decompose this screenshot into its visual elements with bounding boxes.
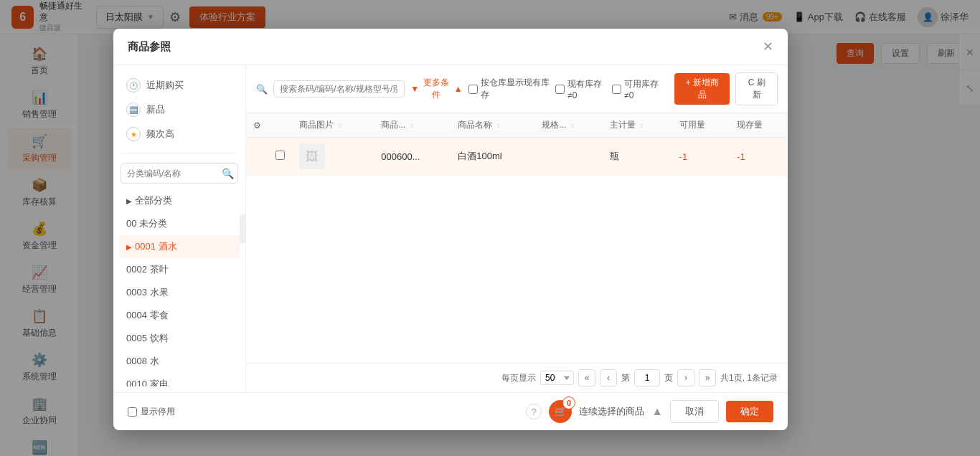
cat-label-tea: 0002 茶叶 bbox=[126, 263, 169, 276]
checkbox-nonzero-available[interactable] bbox=[612, 85, 621, 94]
show-disabled-checkbox[interactable] bbox=[128, 407, 137, 417]
page-next-button[interactable]: › bbox=[677, 369, 694, 386]
cart-selected-label: 连续选择的商品 bbox=[579, 405, 644, 418]
td-spec bbox=[534, 138, 602, 176]
confirm-button[interactable]: 确定 bbox=[726, 401, 773, 422]
cat-label-water: 0008 水 bbox=[126, 355, 159, 368]
cat-snacks[interactable]: 0004 零食 bbox=[119, 304, 240, 327]
th-checkbox bbox=[268, 113, 292, 138]
modal-close-icon[interactable]: ✕ bbox=[763, 39, 773, 54]
quick-filter-recent[interactable]: 🕐 近期购买 bbox=[119, 74, 240, 97]
th-stock: 现存量 bbox=[730, 113, 788, 138]
check-warehouse-stock[interactable]: 按仓库显示现有库存 bbox=[468, 77, 550, 101]
filter-icon: ▼ bbox=[410, 84, 419, 94]
sort-icon-image: ↕ bbox=[338, 121, 341, 129]
cat-alcohol[interactable]: ▶ 0001 酒水 bbox=[119, 235, 240, 258]
recent-icon: 🕐 bbox=[126, 78, 141, 92]
modal-footer: 显示停用 ? 🛒 0 连续选择的商品 ▲ 取消 确定 bbox=[113, 392, 788, 430]
page-prev-button[interactable]: ‹ bbox=[600, 369, 617, 386]
modal-header: 商品参照 ✕ bbox=[113, 29, 788, 65]
new-icon: 🆕 bbox=[126, 103, 141, 117]
cat-label-beverages: 0005 饮料 bbox=[126, 332, 169, 345]
product-thumbnail: 🖼 bbox=[299, 143, 325, 169]
page-label: 第 bbox=[621, 372, 630, 384]
cat-label-fruit: 0003 水果 bbox=[126, 286, 169, 299]
product-table: ⚙ 商品图片 ↕ 商品... ↕ 商品名称 bbox=[246, 113, 788, 176]
refresh-button[interactable]: C 刷新 bbox=[735, 72, 778, 105]
pagination-row: 每页显示 20 50 100 « ‹ 第 页 › » 共1页, 1条记录 bbox=[246, 363, 788, 392]
category-search-wrap: 🔍 bbox=[121, 163, 238, 184]
cancel-button[interactable]: 取消 bbox=[670, 400, 719, 423]
page-last-button[interactable]: » bbox=[699, 369, 716, 386]
collapse-footer-icon[interactable]: ▲ bbox=[651, 405, 663, 418]
per-page-label: 每页显示 bbox=[501, 372, 536, 384]
table-row[interactable]: 🖼 000600... 白酒100ml 瓶 -1 -1 bbox=[246, 138, 788, 176]
page-suffix: 页 bbox=[664, 372, 673, 384]
cat-beverages[interactable]: 0005 饮料 bbox=[119, 327, 240, 350]
quick-label-recent: 近期购买 bbox=[146, 79, 184, 92]
product-search-input[interactable] bbox=[273, 80, 405, 98]
checkbox-warehouse-stock[interactable] bbox=[468, 85, 478, 94]
page-first-button[interactable]: « bbox=[578, 369, 595, 386]
th-image: 商品图片 ↕ bbox=[292, 113, 374, 138]
td-checkbox[interactable] bbox=[268, 138, 292, 176]
quick-filter-frequent[interactable]: ★ 频次高 bbox=[119, 123, 240, 146]
category-search-row: 🔍 bbox=[113, 158, 245, 189]
quick-filter-new[interactable]: 🆕 新品 bbox=[119, 98, 240, 121]
td-settings bbox=[246, 138, 268, 176]
sort-icon-spec: ↕ bbox=[571, 121, 575, 129]
check-nonzero-stock[interactable]: 现有库存≠0 bbox=[555, 78, 606, 100]
row-checkbox[interactable] bbox=[275, 151, 285, 160]
quick-label-new: 新品 bbox=[146, 103, 165, 116]
table-header-row: ⚙ 商品图片 ↕ 商品... ↕ 商品名称 bbox=[246, 113, 788, 138]
add-product-button[interactable]: + 新增商品 bbox=[674, 73, 730, 105]
collapse-left-icon[interactable]: 《 bbox=[240, 214, 246, 243]
cat-label-all: 全部分类 bbox=[135, 194, 172, 207]
td-available: -1 bbox=[672, 138, 730, 176]
per-page-select[interactable]: 20 50 100 bbox=[540, 371, 574, 385]
show-disabled-label[interactable]: 显示停用 bbox=[128, 406, 175, 418]
modal-right-panel: 🔍 ▼ 更多条件 ▲ 按仓库显示现有库存 现有库存≠0 可用库存≠0 bbox=[246, 65, 788, 392]
td-image: 🖼 bbox=[292, 138, 374, 176]
cat-appliances[interactable]: 0010 家电 bbox=[119, 373, 240, 386]
product-reference-modal: 商品参照 ✕ 🕐 近期购买 🆕 新品 ★ 频次高 《 bbox=[113, 29, 788, 430]
td-stock: -1 bbox=[730, 138, 788, 176]
cat-water[interactable]: 0008 水 bbox=[119, 350, 240, 373]
caret-right-icon: ▶ bbox=[126, 197, 132, 205]
checkbox-nonzero-stock[interactable] bbox=[555, 85, 565, 94]
category-list: ▶ 全部分类 00 未分类 ▶ 0001 酒水 0002 茶叶 0003 水果 bbox=[113, 189, 245, 386]
search-bar-icon: 🔍 bbox=[256, 84, 268, 95]
cat-label-appliances: 0010 家电 bbox=[126, 378, 169, 386]
cat-label-unclassified: 00 未分类 bbox=[126, 217, 167, 230]
help-icon[interactable]: ? bbox=[526, 404, 542, 419]
sort-icon-name: ↕ bbox=[497, 121, 501, 129]
modal-body: 🕐 近期购买 🆕 新品 ★ 频次高 《 🔍 bbox=[113, 65, 788, 392]
th-available: 可用量 bbox=[672, 113, 730, 138]
page-total-info: 共1页, 1条记录 bbox=[720, 372, 778, 384]
quick-filter-list: 🕐 近期购买 🆕 新品 ★ 频次高 bbox=[113, 71, 245, 148]
check-nonzero-available[interactable]: 可用库存≠0 bbox=[612, 78, 663, 100]
cat-label-snacks: 0004 零食 bbox=[126, 309, 169, 322]
more-filter-button[interactable]: ▼ 更多条件 ▲ bbox=[410, 77, 462, 101]
category-search-input[interactable] bbox=[121, 163, 238, 184]
td-name: 白酒100ml bbox=[451, 138, 534, 176]
th-code: 商品... ↕ bbox=[374, 113, 451, 138]
category-search-icon[interactable]: 🔍 bbox=[222, 168, 234, 179]
th-name: 商品名称 ↕ bbox=[451, 113, 534, 138]
sort-icon-code: ↕ bbox=[410, 121, 414, 129]
cat-all[interactable]: ▶ 全部分类 bbox=[119, 189, 240, 212]
th-spec: 规格... ↕ bbox=[534, 113, 602, 138]
page-number-input[interactable] bbox=[634, 369, 660, 386]
cat-tea[interactable]: 0002 茶叶 bbox=[119, 258, 240, 281]
td-code: 000600... bbox=[374, 138, 451, 176]
quick-label-frequent: 频次高 bbox=[146, 128, 174, 141]
product-table-wrap: ⚙ 商品图片 ↕ 商品... ↕ 商品名称 bbox=[246, 113, 788, 363]
th-unit: 主计量 ↕ bbox=[603, 113, 672, 138]
caret-active-icon: ▶ bbox=[126, 243, 132, 251]
th-settings: ⚙ bbox=[246, 113, 268, 138]
cart-count-badge: 0 bbox=[562, 396, 575, 409]
star-icon: ★ bbox=[126, 127, 141, 141]
cat-unclassified[interactable]: 00 未分类 bbox=[119, 212, 240, 235]
cat-fruit[interactable]: 0003 水果 bbox=[119, 281, 240, 304]
td-unit: 瓶 bbox=[603, 138, 672, 176]
